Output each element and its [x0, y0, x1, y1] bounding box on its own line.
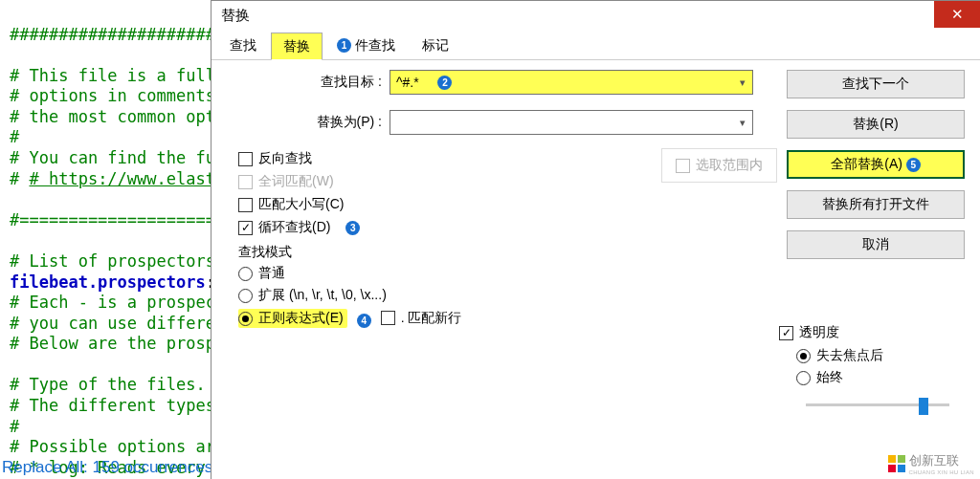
tab-replace[interactable]: 替换: [271, 33, 323, 60]
replace-with-label: 替换为(P) :: [227, 114, 390, 131]
in-selection-checkbox: 选取范围内: [661, 148, 777, 183]
chevron-down-icon[interactable]: ▾: [733, 76, 752, 89]
checkbox-icon: [381, 311, 395, 325]
dialog-tabs: 查找 替换 1件查找 标记: [212, 32, 980, 60]
annotation-2-icon: 2: [437, 76, 452, 90]
find-what-label: 查找目标 :: [227, 74, 390, 91]
transparency-always-radio[interactable]: 始终: [796, 369, 942, 386]
watermark: 创新互联 CHUANG XIN HU LIAN: [888, 452, 974, 475]
annotation-5-icon: 5: [906, 158, 921, 172]
dot-matches-newline-checkbox[interactable]: . 匹配新行: [381, 310, 462, 327]
annotation-1-icon: 1: [337, 38, 351, 53]
search-mode-regex-radio[interactable]: 正则表达式(E): [238, 309, 347, 328]
transparency-slider[interactable]: [806, 396, 949, 415]
chevron-down-icon[interactable]: ▾: [733, 117, 752, 129]
dialog-title: 替换: [221, 7, 250, 25]
radio-checked-icon: [796, 349, 811, 363]
transparency-checkbox[interactable]: ✓ 透明度: [779, 324, 942, 341]
checkbox-icon: [238, 152, 253, 166]
replace-all-button[interactable]: 全部替换(A) 5: [787, 150, 965, 179]
radio-checked-icon: [238, 312, 253, 326]
radio-icon: [796, 371, 811, 385]
replace-button[interactable]: 替换(R): [787, 110, 965, 139]
checkbox-icon: [238, 198, 253, 212]
annotation-3-icon: 3: [345, 221, 360, 235]
replace-with-input[interactable]: ▾: [390, 110, 753, 135]
find-next-button[interactable]: 查找下一个: [787, 70, 965, 98]
transparency-on-lose-focus-radio[interactable]: 失去焦点后: [796, 347, 942, 364]
checkbox-checked-icon: ✓: [779, 326, 793, 340]
checkbox-checked-icon: ✓: [238, 221, 253, 235]
checkbox-icon: [238, 175, 253, 189]
tab-mark[interactable]: 标记: [410, 32, 461, 59]
replace-dialog: 替换 ✕ 查找 替换 1件查找 标记 查找目标 : ^#.* 2 ▾ 替换为(P…: [211, 0, 980, 479]
search-mode-normal-radio[interactable]: 普通: [238, 265, 965, 282]
radio-icon: [238, 289, 253, 303]
find-what-input[interactable]: ^#.* 2 ▾: [390, 70, 753, 95]
slider-thumb-icon[interactable]: [919, 398, 928, 415]
radio-icon: [238, 267, 253, 281]
close-button[interactable]: ✕: [934, 1, 980, 28]
dialog-titlebar[interactable]: 替换 ✕: [212, 1, 980, 30]
tab-find[interactable]: 查找: [217, 32, 269, 59]
cancel-button[interactable]: 取消: [787, 230, 965, 259]
logo-icon: [888, 455, 905, 472]
replace-all-open-files-button[interactable]: 替换所有打开文件: [787, 190, 965, 219]
tab-find-in-files[interactable]: 1件查找: [324, 32, 408, 59]
close-icon: ✕: [951, 6, 964, 22]
annotation-4-icon: 4: [357, 314, 371, 328]
search-mode-extended-radio[interactable]: 扩展 (\n, \r, \t, \0, \x...): [238, 287, 965, 304]
checkbox-icon: [676, 159, 690, 173]
